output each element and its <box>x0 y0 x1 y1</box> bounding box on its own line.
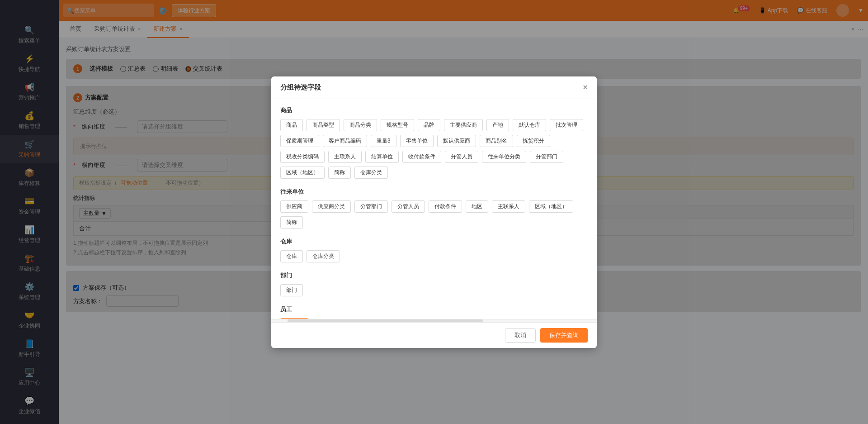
field-tag[interactable]: 默认供应商 <box>437 135 476 147</box>
field-tag[interactable]: 区域（地区） <box>529 200 573 213</box>
overlay: 分组待选字段 × 商品 商品 商品类型 商品分类 规格型号 品牌 主要供应商 产… <box>0 0 868 424</box>
field-tag[interactable]: 商品别名 <box>480 135 513 147</box>
cancel-button[interactable]: 取消 <box>505 328 536 343</box>
field-tag[interactable]: 商品 <box>280 119 303 131</box>
field-tag[interactable]: 批次管理 <box>550 119 583 131</box>
field-tag[interactable]: 主要供应商 <box>444 119 483 131</box>
section-product: 商品 商品 商品类型 商品分类 规格型号 品牌 主要供应商 产地 默认仓库 批次… <box>280 106 588 179</box>
field-select-dialog: 分组待选字段 × 商品 商品 商品类型 商品分类 规格型号 品牌 主要供应商 产… <box>271 76 597 348</box>
section-employee: 员工 业务员 <box>280 305 588 319</box>
dialog-close-btn[interactable]: × <box>583 83 588 92</box>
field-tag[interactable]: 主联系人 <box>328 151 362 163</box>
section-warehouse: 仓库 仓库 仓库分类 <box>280 238 588 262</box>
dept-fields: 部门 <box>280 284 588 296</box>
field-tag[interactable]: 收付款条件 <box>402 151 441 163</box>
dialog-header: 分组待选字段 × <box>271 76 597 99</box>
partner-fields: 供应商 供应商分类 分管部门 分管人员 付款条件 地区 主联系人 区域（地区） … <box>280 200 588 229</box>
field-tag[interactable]: 区域（地区） <box>280 167 325 179</box>
field-tag[interactable]: 仓库分类 <box>354 167 388 179</box>
product-fields: 商品 商品类型 商品分类 规格型号 品牌 主要供应商 产地 默认仓库 批次管理 … <box>280 119 588 179</box>
field-tag[interactable]: 地区 <box>466 200 488 213</box>
field-tag[interactable]: 结算单位 <box>365 151 399 163</box>
section-product-title: 商品 <box>280 106 588 114</box>
dialog-hscrollbar[interactable] <box>271 319 597 322</box>
dialog-title: 分组待选字段 <box>280 83 321 92</box>
field-tag[interactable]: 拣货积分 <box>517 135 550 147</box>
field-tag[interactable]: 重量3 <box>371 135 396 147</box>
dialog-body[interactable]: 商品 商品 商品类型 商品分类 规格型号 品牌 主要供应商 产地 默认仓库 批次… <box>271 99 597 319</box>
field-tag[interactable]: 零售单位 <box>400 135 434 147</box>
field-tag[interactable]: 商品分类 <box>344 119 377 131</box>
field-tag[interactable]: 仓库 <box>280 250 303 262</box>
field-tag[interactable]: 税收分类编码 <box>280 151 325 163</box>
section-department: 部门 部门 <box>280 272 588 296</box>
dialog-footer: 取消 保存并查询 <box>271 322 597 348</box>
section-emp-title: 员工 <box>280 305 588 314</box>
field-tag[interactable]: 分管部门 <box>530 151 563 163</box>
field-tag[interactable]: 部门 <box>280 284 303 296</box>
field-tag[interactable]: 保质期管理 <box>280 135 319 147</box>
field-tag[interactable]: 产地 <box>486 119 509 131</box>
field-tag[interactable]: 简称 <box>328 167 351 179</box>
section-partner-title: 往来单位 <box>280 188 588 196</box>
field-tag[interactable]: 品牌 <box>418 119 440 131</box>
field-tag[interactable]: 付款条件 <box>429 200 462 213</box>
field-tag[interactable]: 简称 <box>280 216 303 229</box>
confirm-button[interactable]: 保存并查询 <box>540 328 588 343</box>
field-tag[interactable]: 分管人员 <box>392 200 425 213</box>
field-tag[interactable]: 商品类型 <box>307 119 340 131</box>
field-tag[interactable]: 往来单位分类 <box>482 151 526 163</box>
warehouse-fields: 仓库 仓库分类 <box>280 250 588 262</box>
field-tag[interactable]: 规格型号 <box>381 119 414 131</box>
field-tag[interactable]: 分管人员 <box>445 151 478 163</box>
field-tag[interactable]: 分管部门 <box>354 200 388 213</box>
field-tag[interactable]: 供应商 <box>280 200 308 213</box>
field-tag[interactable]: 默认仓库 <box>513 119 546 131</box>
field-tag[interactable]: 主联系人 <box>492 200 525 213</box>
section-warehouse-title: 仓库 <box>280 238 588 246</box>
section-dept-title: 部门 <box>280 272 588 280</box>
field-tag[interactable]: 客户商品编码 <box>323 135 367 147</box>
field-tag[interactable]: 供应商分类 <box>312 200 351 213</box>
field-tag[interactable]: 仓库分类 <box>307 250 340 262</box>
section-partner: 往来单位 供应商 供应商分类 分管部门 分管人员 付款条件 地区 主联系人 区域… <box>280 188 588 229</box>
